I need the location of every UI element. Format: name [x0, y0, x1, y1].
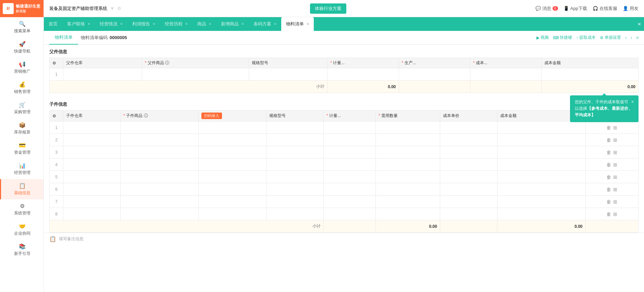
child-cell-scan-1[interactable] [198, 121, 266, 134]
sidebar-item-inventory[interactable]: 📦库存核算 [0, 118, 44, 139]
child-cell-unit-8[interactable] [324, 208, 376, 220]
sidebar-item-marketing[interactable]: 📢营销推广 [0, 58, 44, 78]
tab-close-goods[interactable]: × [209, 22, 211, 26]
parent-cell-warehouse-1[interactable] [63, 68, 142, 81]
child-cell-scan-5[interactable] [198, 171, 266, 183]
tooltip-close-button[interactable]: × [631, 99, 634, 105]
parent-cell-cost-1[interactable] [470, 68, 541, 81]
child-cell-qty-1[interactable] [375, 121, 440, 134]
tab-profit[interactable]: 利润报告× [127, 17, 160, 31]
child-cell-unit-price-8[interactable] [440, 208, 497, 220]
delete-icon-8[interactable]: 🗑 [606, 211, 611, 217]
child-cell-unit-price-7[interactable] [440, 196, 497, 208]
child-cell-cost-amount-6[interactable] [497, 183, 585, 196]
child-cell-spec-4[interactable] [266, 159, 323, 171]
copy-icon-3[interactable]: ⊞ [613, 150, 617, 155]
sidebar-item-guide[interactable]: 📚新手引导 [0, 240, 44, 260]
tab-close-new_goods[interactable]: × [242, 22, 244, 26]
child-cell-unit-3[interactable] [324, 146, 376, 159]
sidebar-item-quick_nav[interactable]: 🚀快捷导航 [0, 37, 44, 58]
child-cell-warehouse-2[interactable] [63, 134, 121, 146]
child-cell-qty-2[interactable] [375, 134, 440, 146]
parent-col-settings[interactable]: ⚙ [50, 58, 63, 68]
copy-icon-1[interactable]: ⊞ [613, 125, 617, 130]
child-cell-spec-5[interactable] [266, 171, 323, 183]
child-cell-qty-4[interactable] [375, 159, 440, 171]
child-cell-warehouse-3[interactable] [63, 146, 121, 159]
parent-cell-goods-1[interactable] [142, 68, 249, 81]
delete-icon-4[interactable]: 🗑 [606, 162, 611, 167]
shortcut-button[interactable]: ⌨ 快捷键 [553, 35, 572, 40]
child-cell-goods-3[interactable] [121, 146, 198, 159]
child-cell-unit-2[interactable] [324, 134, 376, 146]
sidebar-item-search[interactable]: 🔍搜索菜单 [0, 17, 44, 37]
tab-close-customer[interactable]: × [88, 22, 90, 26]
child-cell-unit-5[interactable] [324, 171, 376, 183]
child-cell-cost-amount-3[interactable] [497, 146, 585, 159]
child-cell-warehouse-6[interactable] [63, 183, 121, 196]
child-cell-qty-5[interactable] [375, 171, 440, 183]
view-button[interactable]: ▶ 视频 [536, 35, 549, 40]
child-cell-scan-8[interactable] [198, 208, 266, 220]
menu-button[interactable]: ≡ [636, 35, 639, 40]
child-cell-goods-5[interactable] [121, 171, 198, 183]
copy-icon-5[interactable]: ⊞ [613, 174, 617, 180]
sidebar-item-system[interactable]: ⚙系统管理 [0, 199, 44, 220]
parent-cell-spec-1[interactable] [249, 68, 327, 81]
message-button[interactable]: 💬 消息 6 [535, 5, 558, 12]
copy-icon-8[interactable]: ⊞ [613, 211, 617, 217]
settings-button[interactable]: ⚙ 单据设置 [600, 35, 621, 40]
tab-close-bom[interactable]: × [307, 22, 309, 26]
tab-close-profit[interactable]: × [153, 22, 155, 26]
child-cell-cost-amount-5[interactable] [497, 171, 585, 183]
tab-barcode[interactable]: 条码方案× [249, 17, 281, 31]
delete-icon-7[interactable]: 🗑 [606, 199, 611, 205]
child-cell-scan-7[interactable] [198, 196, 266, 208]
tab-customer[interactable]: 客户联络× [62, 17, 95, 31]
child-cell-warehouse-8[interactable] [63, 208, 121, 220]
child-cell-unit-price-2[interactable] [440, 134, 497, 146]
child-cell-goods-4[interactable] [121, 159, 198, 171]
child-cell-goods-7[interactable] [121, 196, 198, 208]
child-cell-unit-6[interactable] [324, 183, 376, 196]
child-cell-unit-price-6[interactable] [440, 183, 497, 196]
tab-new_goods[interactable]: 新增商品× [216, 17, 249, 31]
child-cell-cost-amount-2[interactable] [497, 134, 585, 146]
child-cell-warehouse-4[interactable] [63, 159, 121, 171]
delete-icon-5[interactable]: 🗑 [606, 174, 611, 180]
child-cell-scan-4[interactable] [198, 159, 266, 171]
child-cell-cost-amount-4[interactable] [497, 159, 585, 171]
copy-icon-7[interactable]: ⊞ [613, 199, 617, 205]
copy-icon-4[interactable]: ⊞ [613, 162, 617, 167]
child-cell-cost-amount-1[interactable] [497, 121, 585, 134]
child-cell-scan-6[interactable] [198, 183, 266, 196]
child-col-settings[interactable]: ⚙ [50, 110, 63, 121]
sub-tab-bom-list[interactable]: 物料清单 [49, 31, 78, 45]
tab-bar-close[interactable]: ✕ [635, 22, 644, 27]
child-cell-unit-price-4[interactable] [440, 159, 497, 171]
copy-icon-6[interactable]: ⊞ [613, 187, 617, 192]
child-cell-spec-2[interactable] [266, 134, 323, 146]
child-cell-goods-8[interactable] [121, 208, 198, 220]
tab-business[interactable]: 经营情况× [95, 17, 127, 31]
experience-button[interactable]: 体验行业方案 [310, 3, 346, 14]
sidebar-item-purchase[interactable]: 🛒采购管理 [0, 98, 44, 118]
child-cell-unit-1[interactable] [324, 121, 376, 134]
tab-close-history[interactable]: × [185, 22, 188, 26]
tab-goods[interactable]: 商品× [193, 17, 216, 31]
child-cell-unit-7[interactable] [324, 196, 376, 208]
tab-close-business[interactable]: × [120, 22, 123, 26]
online-service-button[interactable]: 🎧 在线客服 [593, 5, 617, 12]
child-cell-spec-8[interactable] [266, 208, 323, 220]
cost-button[interactable]: ↑ 提取成本 [576, 35, 596, 40]
child-cell-spec-3[interactable] [266, 146, 323, 159]
child-cell-qty-6[interactable] [375, 183, 440, 196]
copy-icon-2[interactable]: ⊞ [613, 137, 617, 143]
child-cell-qty-7[interactable] [375, 196, 440, 208]
parent-cell-unit-1[interactable] [327, 68, 399, 81]
sidebar-item-sales[interactable]: 💰销售管理 [0, 78, 44, 98]
child-cell-warehouse-5[interactable] [63, 171, 121, 183]
delete-icon-6[interactable]: 🗑 [606, 187, 611, 192]
delete-icon-2[interactable]: 🗑 [606, 137, 611, 143]
child-cell-unit-price-1[interactable] [440, 121, 497, 134]
